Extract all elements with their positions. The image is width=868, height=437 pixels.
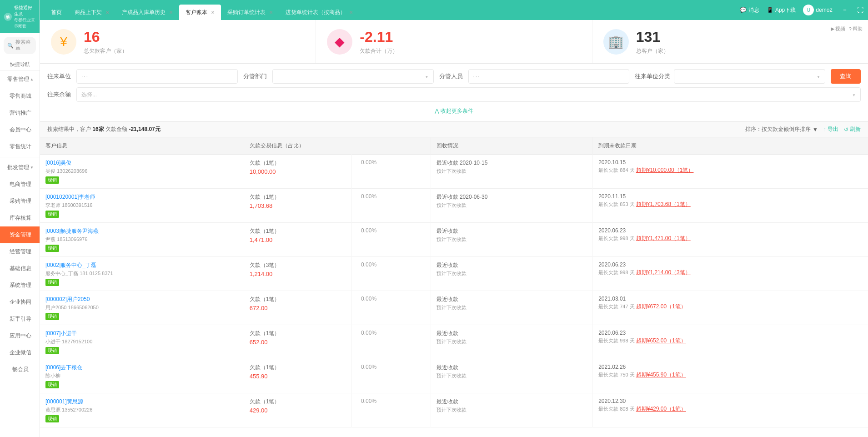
sidebar-item-retail-mgmt[interactable]: 零售管理 ▲ [0,71,40,88]
cell-debt-info: 欠款（1笔） 10,000.00 [244,155,351,189]
help-btn[interactable]: ? 帮助 [849,25,863,32]
recovery-next: 预计下次收款 [437,338,587,345]
filter-from-unit: 往来单位 ··· [47,69,238,84]
minimize-icon[interactable]: － [842,6,848,14]
export-button[interactable]: ↑ 导出 [823,126,838,133]
cell-debt-info: 欠款（3笔） 1,214.00 [244,257,351,291]
customer-id-link[interactable]: [0006]去下粮仓 [45,364,82,371]
close-icon[interactable]: ✕ [105,10,109,15]
close-icon[interactable]: ✕ [349,10,353,15]
close-icon[interactable]: ✕ [169,10,173,15]
sidebar-item-vip[interactable]: 畅会员 [0,361,40,378]
table-container[interactable]: 客户信息 欠款交易信息（占比） 回收情况 到期未收款日期 [0016]吴俊 吴俊… [40,137,868,437]
cell-customer-info: [0001020001]李老师 李老师 18600391516 现销 [40,189,244,223]
sidebar-item-member[interactable]: 会员中心 [0,121,40,138]
debt-count: 欠款（1笔） [250,159,346,167]
sidebar-item-purchase[interactable]: 采购管理 [0,193,40,210]
unit-class-select[interactable] [674,69,825,84]
recovery-date: 最近收款 [437,330,587,337]
collapse-row: ⋀ 收起更多条件 [47,105,861,118]
app-download-btn[interactable]: 📱 App下载 [767,6,796,14]
recovery-date: 最近收款 [437,296,587,303]
cell-overdue: 2020.12.30 最长欠款 808 天 超期¥429.00（1笔） [593,393,868,427]
cell-debt-info: 欠款（1笔） 1,703.68 [244,189,351,223]
collapse-button[interactable]: ⋀ 收起更多条件 [435,108,473,114]
tab-home[interactable]: 首页 [45,5,68,20]
stat-label-total-customers: 总客户（家） [636,47,857,55]
sidebar-item-retail-stat[interactable]: 零售统计 [0,138,40,155]
from-unit-input[interactable]: ··· [76,69,238,84]
sidebar-item-newbie[interactable]: 新手引导 [0,311,40,327]
overdue-amount-link[interactable]: 超期¥429.00（1笔） [636,406,686,412]
close-icon[interactable]: ✕ [211,10,215,15]
sort-selector[interactable]: 排序：按欠款金额倒序排序 ▼ [745,126,818,133]
chevron-up-icon: ⋀ [435,108,441,114]
person-input[interactable]: ··· [468,69,630,84]
tab-produce-history[interactable]: 产成品入库单历史 ✕ [115,5,179,20]
message-btn[interactable]: 💬 消息 [740,6,759,14]
quick-nav[interactable]: 快捷导航 [0,58,40,71]
debt-count: 欠款（1笔） [250,193,346,201]
user-avatar[interactable]: U demo2 [803,5,833,15]
chevron-down-icon2: ▼ [30,166,34,170]
overdue-amount-link[interactable]: 超期¥1,471.00（1笔） [636,235,691,241]
debt-ratio: 0.00% [361,364,425,370]
sidebar-item-apps[interactable]: 应用中心 [0,327,40,344]
overdue-date: 2020.10.15 [598,159,863,166]
logo[interactable]: 畅 畅捷通好生意 母婴行业演示账套 [0,0,40,33]
sidebar-item-system[interactable]: 系统管理 [0,277,40,294]
customer-phone: 黄思源 13552700226 [45,407,238,413]
sidebar-item-ecommerce[interactable]: 电商管理 [0,176,40,193]
refresh-button[interactable]: ↺ 刷新 [844,126,861,133]
customer-id-link[interactable]: [0001020001]李老师 [45,194,95,200]
debt-count: 欠款（1笔） [250,330,346,337]
tab-goods-updown[interactable]: 商品上下架 ✕ [68,5,115,20]
tab-import-stat[interactable]: 进货单统计表（按商品） ✕ [279,5,359,20]
sidebar-item-corp[interactable]: 企业协同 [0,294,40,311]
cell-recovery: 最近收款 预计下次收款 [431,223,593,257]
overdue-amount-link[interactable]: 超期¥1,214.00（3笔） [636,269,691,276]
search-menu-area[interactable]: 🔍 搜索菜单 [0,33,40,58]
svg-text:畅: 畅 [6,15,10,19]
th-overdue-date: 到期未收款日期 [593,137,868,155]
filter-dots-icon2: ··· [473,73,481,80]
cell-overdue: 2020.06.23 最长欠款 998 天 超期¥652.00（1笔） [593,325,868,359]
overdue-amount-link[interactable]: 超期¥652.00（1笔） [636,337,686,344]
customer-id-link[interactable]: [0007]小进干 [45,330,77,337]
customer-id-link[interactable]: [0003]畅捷服务尹海燕 [45,228,99,234]
customer-id-link[interactable]: [0016]吴俊 [45,160,71,166]
tab-customer-account[interactable]: 客户账本 ✕ [179,5,221,20]
badge-xian: 现销 [45,176,59,184]
sidebar-item-batch-mgmt[interactable]: 批发管理 ▼ [0,159,40,176]
search-button[interactable]: 查询 [831,69,861,84]
overdue-amount-link[interactable]: 超期¥672.00（1笔） [636,303,686,310]
sidebar-item-wechat[interactable]: 企业微信 [0,344,40,361]
sidebar-item-inventory[interactable]: 库存核算 [0,210,40,226]
video-btn[interactable]: ▶ 视频 [831,25,845,32]
stat-card-debt-total: ◆ -2.11 欠款合计（万） [316,20,592,63]
overdue-amount-link[interactable]: 超期¥455.90（1笔） [636,372,686,378]
overdue-amount-link[interactable]: 超期¥10,000.00（1笔） [636,167,694,173]
customer-id-link[interactable]: [0002]服务中心_丁磊 [45,262,96,268]
maximize-icon[interactable]: ⛶ [857,6,863,14]
close-icon[interactable]: ✕ [269,10,273,15]
dept-select[interactable] [272,69,434,84]
sidebar-item-finance[interactable]: 资金管理 [0,226,40,243]
cell-recovery: 最近收款 2020-10-15 预计下次收款 [431,155,593,189]
customer-id-link[interactable]: [000001]黄思源 [45,398,83,405]
cell-debt-info: 欠款（1笔） 429.00 [244,393,351,427]
sidebar-item-basic[interactable]: 基础信息 [0,260,40,277]
sidebar-item-ops[interactable]: 经营管理 [0,243,40,260]
sidebar-item-retail-shop[interactable]: 零售商城 [0,88,40,105]
customer-id-link[interactable]: [000002]用户2050 [45,296,90,302]
overdue-amount-link[interactable]: 超期¥1,703.68（1笔） [636,201,691,207]
balance-select[interactable]: 选择... [76,87,861,102]
tab-purchase-stat[interactable]: 采购订单统计表 ✕ [221,5,279,20]
recovery-date: 最近收款 [437,364,587,372]
cell-debt-info: 欠款（1笔） 652.00 [244,325,351,359]
stat-label-debt-customers: 总欠款客户（家） [84,47,305,55]
customer-phone: 用户2050 18665062050 [45,304,238,311]
cell-customer-info: [0003]畅捷服务尹海燕 尹燕 18513066976 现销 [40,223,244,257]
sidebar-item-marketing[interactable]: 营销推广 [0,105,40,121]
avatar: U [803,5,814,15]
